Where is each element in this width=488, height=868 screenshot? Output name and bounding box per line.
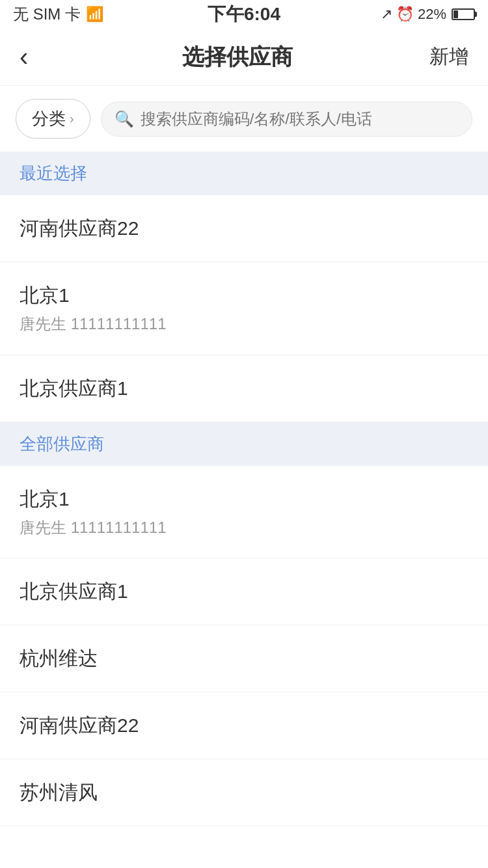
list-item[interactable]: 河南供应商22 <box>0 195 488 262</box>
search-input[interactable] <box>141 110 459 128</box>
list-item[interactable]: 北京供应商1 <box>0 355 488 422</box>
alarm-icon: ⏰ <box>396 6 414 23</box>
item-name: 杭州维达 <box>20 645 468 672</box>
chevron-right-icon: › <box>70 111 74 126</box>
category-label: 分类 <box>32 107 66 130</box>
nav-bar: ‹ 选择供应商 新增 <box>0 29 488 86</box>
status-right: ↗ ⏰ 22% <box>381 6 475 23</box>
wifi-icon: 📶 <box>86 6 103 23</box>
filter-bar: 分类 › 🔍 <box>0 86 488 152</box>
list-item[interactable]: 北京供应商1 <box>0 558 488 625</box>
search-icon: 🔍 <box>115 110 134 128</box>
recent-section-label: 最近选择 <box>20 163 87 183</box>
recent-items-list: 河南供应商22 北京1 唐先生 11111111111 北京供应商1 <box>0 195 488 422</box>
item-name: 苏州清风 <box>20 779 468 806</box>
page-title: 选择供应商 <box>59 42 416 72</box>
all-section-label: 全部供应商 <box>20 434 104 454</box>
recent-section-header: 最近选择 <box>0 152 488 195</box>
location-icon: ↗ <box>381 6 392 23</box>
list-item[interactable]: 北京1 唐先生 11111111111 <box>0 262 488 355</box>
list-item[interactable]: 苏州清风 <box>0 759 488 826</box>
back-button[interactable]: ‹ <box>20 42 59 72</box>
battery-percent: 22% <box>418 6 446 23</box>
item-name: 北京供应商1 <box>20 375 468 402</box>
item-name: 北京1 <box>20 282 468 309</box>
list-item[interactable]: 北京1 唐先生 11111111111 <box>0 466 488 559</box>
list-item[interactable]: 杭州维达 <box>0 625 488 692</box>
all-section-header: 全部供应商 <box>0 422 488 466</box>
category-button[interactable]: 分类 › <box>16 99 90 139</box>
all-items-list: 北京1 唐先生 11111111111 北京供应商1 杭州维达 河南供应商22 … <box>0 466 488 827</box>
item-name: 河南供应商22 <box>20 215 468 242</box>
status-left: 无 SIM 卡 📶 <box>13 4 103 25</box>
list-item[interactable]: 河南供应商22 <box>0 692 488 759</box>
item-name: 北京供应商1 <box>20 578 468 605</box>
add-button[interactable]: 新增 <box>416 44 468 70</box>
status-time: 下午6:04 <box>208 2 280 27</box>
item-name: 河南供应商22 <box>20 712 468 739</box>
item-sub: 唐先生 11111111111 <box>20 313 468 335</box>
item-sub: 唐先生 11111111111 <box>20 517 468 539</box>
item-name: 北京1 <box>20 485 468 513</box>
battery-icon <box>452 8 475 20</box>
status-bar: 无 SIM 卡 📶 下午6:04 ↗ ⏰ 22% <box>0 0 488 29</box>
search-box[interactable]: 🔍 <box>101 102 472 137</box>
carrier-text: 无 SIM 卡 <box>13 4 81 25</box>
